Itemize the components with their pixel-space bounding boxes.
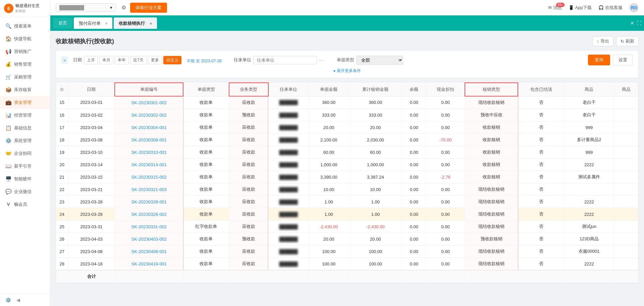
voucher-type-label: 单据类型 <box>337 57 354 63</box>
query-button[interactable]: 查询 <box>588 55 610 65</box>
total-cell-6 <box>309 270 349 283</box>
sidebar-item-collab[interactable]: 🤝 企业协同 <box>0 147 50 160</box>
tab-collection-close[interactable]: × <box>150 21 152 25</box>
cell-biz-type: 应收款 <box>229 196 268 208</box>
collapse-icon[interactable]: ◀ <box>16 297 20 303</box>
app-download-button[interactable]: 📱 App下载 <box>569 5 592 11</box>
date-custom[interactable]: 自定义 <box>163 56 181 64</box>
voucher-link[interactable]: SK-20230408-001 <box>131 249 167 254</box>
voucher-link[interactable]: SK-20230301-002 <box>131 100 167 105</box>
voucher-link[interactable]: SK-20230304-001 <box>131 125 167 130</box>
hardware-icon: 🖥️ <box>5 176 11 182</box>
cell-included: 否 <box>518 245 564 258</box>
date-this-month[interactable]: 本月 <box>99 56 113 64</box>
partner-dots-button[interactable]: ··· <box>319 58 325 63</box>
col-partner: 往来单位 <box>268 83 309 96</box>
sidebar-item-quicknav[interactable]: 🏠 快捷导航 <box>0 33 50 45</box>
date-more[interactable]: 更多 <box>148 56 162 64</box>
cell-voucher-no[interactable]: SK-20230418-001 <box>115 258 183 270</box>
cell-voucher-type: 收款单 <box>183 146 229 159</box>
topbar-gear-icon[interactable]: ⚙ <box>121 4 126 11</box>
cell-balance: 0.00 <box>402 146 426 159</box>
expand-more-button[interactable]: ▾ 展开更多条件 <box>333 68 361 74</box>
voucher-link[interactable]: SK-20230331-002 <box>131 224 167 229</box>
partner-input[interactable] <box>253 56 317 64</box>
date-7days[interactable]: 近7天 <box>130 56 147 64</box>
cell-partner: ██████ <box>268 233 309 245</box>
sidebar-item-wechat[interactable]: 💬 企业微信 <box>0 185 50 198</box>
cell-voucher-no[interactable]: SK-20230310-001 <box>115 146 183 159</box>
filter-settings-button[interactable]: 设置 <box>613 55 633 65</box>
tab-prepay[interactable]: 预付应付单 × <box>74 17 112 29</box>
voucher-link[interactable]: SK-20230308-001 <box>131 137 167 142</box>
voucher-link[interactable]: SK-20230310-001 <box>131 150 167 155</box>
cell-voucher-no[interactable]: SK-20230315-002 <box>115 171 183 183</box>
sidebar-item-member[interactable]: V 畅会员 <box>0 198 50 211</box>
table-gear-icon[interactable]: ⚙ <box>60 87 64 92</box>
cell-partner: ██████ <box>268 109 309 121</box>
user-avatar[interactable]: Rit <box>629 3 639 12</box>
cell-amount: 20.00 <box>309 233 349 245</box>
sidebar-item-marketing[interactable]: 📢 营销推广 <box>0 45 50 58</box>
sidebar-item-guide[interactable]: 📖 新手引导 <box>0 160 50 173</box>
cell-voucher-no[interactable]: SK-20230408-001 <box>115 245 183 258</box>
settings-bottom-icon[interactable]: ⚙️ <box>5 297 11 303</box>
cell-accum-amount: 10.00 <box>349 183 402 196</box>
sidebar-item-system[interactable]: ⚙️ 系统管理 <box>0 134 50 147</box>
export-button[interactable]: ↑ 导出 <box>593 36 614 46</box>
voucher-link[interactable]: SK-20230328-001 <box>131 199 167 204</box>
cell-voucher-type: 收款单 <box>183 208 229 221</box>
sidebar-item-purchase[interactable]: 🛒 采购管理 <box>0 71 50 83</box>
cell-voucher-no[interactable]: SK-20230304-001 <box>115 121 183 134</box>
cell-voucher-no[interactable]: SK-20230314-001 <box>115 159 183 171</box>
cell-voucher-no[interactable]: SK-20230331-002 <box>115 221 183 233</box>
tab-actions: × ⛶ <box>630 20 641 27</box>
cell-accum-amount: 333.00 <box>349 109 402 121</box>
tab-collection-label: 收款核销执行 <box>119 20 145 26</box>
cell-voucher-no[interactable]: SK-20230328-002 <box>115 208 183 221</box>
tab-prepay-close[interactable]: × <box>105 21 107 25</box>
app-label: App下载 <box>575 5 592 11</box>
voucher-link[interactable]: SK-20230302-002 <box>131 113 167 118</box>
cell-voucher-no[interactable]: SK-20230403-002 <box>115 233 183 245</box>
sidebar-item-operation[interactable]: 📊 经营管理 <box>0 109 50 122</box>
filter-expand-button[interactable]: » <box>61 56 68 64</box>
message-button[interactable]: ✉ 消息 99+ <box>548 5 562 11</box>
voucher-link[interactable]: SK-20230314-001 <box>131 162 167 167</box>
sidebar-item-hardware[interactable]: 🖥️ 智能硬件 <box>0 173 50 185</box>
online-service-button[interactable]: 🎧 在线客服 <box>598 5 623 11</box>
sidebar-item-basic[interactable]: 📋 基础信息 <box>0 122 50 134</box>
tab-collection[interactable]: 收款核销执行 × <box>114 17 157 29</box>
close-window-icon[interactable]: × <box>630 20 634 27</box>
cell-voucher-no[interactable]: SK-20230301-002 <box>115 96 183 109</box>
cell-balance: 0.00 <box>402 196 426 208</box>
sidebar-item-finance[interactable]: 💼 资金管理 <box>0 96 50 109</box>
maximize-icon[interactable]: ⛶ <box>637 20 641 26</box>
sidebar-item-collab-label: 企业协同 <box>14 150 32 157</box>
cell-cash-discount: 0.00 <box>426 183 465 196</box>
cell-partner: ██████ <box>268 146 309 159</box>
voucher-type-select[interactable]: 全部 收款单 红字收款单 <box>356 56 403 65</box>
sidebar-item-sales[interactable]: 💰 销售管理 <box>0 58 50 71</box>
voucher-link[interactable]: SK-20230321-003 <box>131 187 167 192</box>
cell-voucher-no[interactable]: SK-20230308-001 <box>115 134 183 146</box>
col-settings[interactable]: ⚙ <box>56 83 68 96</box>
cell-voucher-no[interactable]: SK-20230302-002 <box>115 109 183 121</box>
cell-voucher-no[interactable]: SK-20230328-001 <box>115 196 183 208</box>
tab-home[interactable]: 首页 <box>53 18 72 28</box>
cell-accum-amount: 2,030.00 <box>349 134 402 146</box>
date-this-year[interactable]: 本年 <box>115 56 129 64</box>
voucher-link[interactable]: SK-20230315-002 <box>131 175 167 180</box>
sidebar-item-inventory[interactable]: 📦 库存核算 <box>0 83 50 96</box>
voucher-link[interactable]: SK-20230328-002 <box>131 212 167 217</box>
main-area: ████████ ▾ ⚙ 体验行业方案 ✉ 消息 99+ 📱 App下载 🎧 在… <box>50 0 644 306</box>
cell-voucher-no[interactable]: SK-20230321-003 <box>115 183 183 196</box>
account-selector[interactable]: ████████ ▾ <box>56 3 116 12</box>
sidebar-item-search[interactable]: 🔍 搜索菜单 <box>0 20 50 33</box>
voucher-link[interactable]: SK-20230403-002 <box>131 237 167 242</box>
total-cell-4 <box>229 270 268 283</box>
voucher-link[interactable]: SK-20230418-001 <box>131 261 167 266</box>
solution-button[interactable]: 体验行业方案 <box>130 3 167 13</box>
date-last-month[interactable]: 上月 <box>84 56 98 64</box>
refresh-button[interactable]: ↻ 刷新 <box>616 36 639 46</box>
